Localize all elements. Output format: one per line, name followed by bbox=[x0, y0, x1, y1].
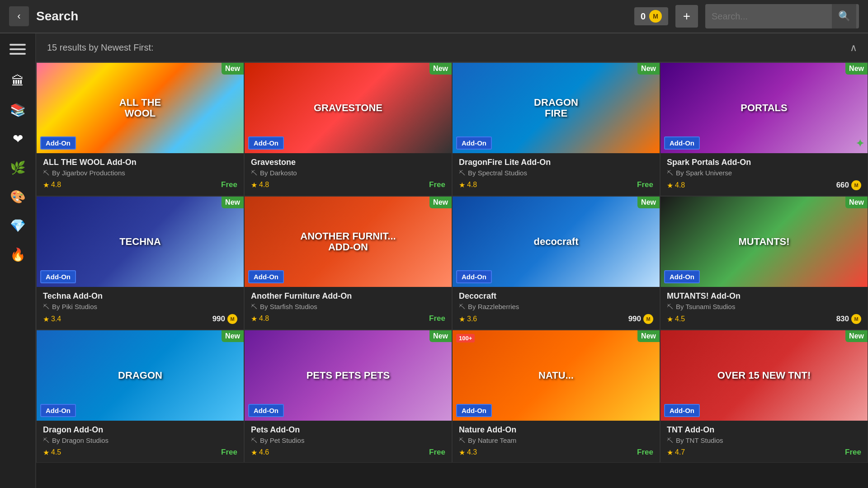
sidebar-item-library[interactable]: 📚 bbox=[5, 97, 31, 123]
coins-display: 0 M bbox=[634, 7, 668, 25]
rating-value: 4.7 bbox=[675, 448, 685, 456]
items-grid: ALL THEWOOL New Add-On ALL THE WOOL Add-… bbox=[36, 62, 868, 463]
sidebar-item-nature[interactable]: 🌿 bbox=[5, 155, 31, 181]
thumbnail-bg: TECHNA New Add-On bbox=[37, 197, 244, 287]
author-name: By Piki Studios bbox=[52, 303, 97, 310]
price-coin-icon: M bbox=[851, 180, 861, 190]
star-icon: ★ bbox=[459, 181, 465, 189]
item-card-gravestone[interactable]: GRAVESTONE New Add-On Gravestone ⛏ By Da… bbox=[244, 62, 452, 196]
thumb-title: DRAGONFIRE bbox=[534, 97, 578, 119]
item-card-dragon2[interactable]: DRAGON New Add-On Dragon Add-On ⛏ By Dra… bbox=[36, 330, 244, 463]
item-card-decocraft[interactable]: decocraft New Add-On Decocraft ⛏ By Razz… bbox=[452, 196, 660, 330]
back-button[interactable]: ‹ bbox=[9, 6, 29, 26]
price-coin-icon: M bbox=[227, 314, 237, 324]
search-submit-button[interactable]: 🔍 bbox=[832, 4, 856, 28]
thumbnail-bg: OVER 15 NEW TNT! New Add-On bbox=[660, 330, 868, 421]
card-rating: ★ 3.6 bbox=[459, 315, 477, 324]
price-coin-icon: M bbox=[643, 314, 653, 324]
card-title: Pets Add-On bbox=[251, 425, 445, 435]
item-card-dragonfire[interactable]: DRAGONFIRE New Add-On DragonFire Lite Ad… bbox=[452, 62, 660, 196]
item-card-mutants[interactable]: MUTANTS! New Add-On MUTANTS! Add-On ⛏ By… bbox=[660, 196, 868, 330]
rating-value: 4.8 bbox=[259, 181, 269, 189]
card-price: 830 M bbox=[836, 314, 861, 324]
thumb-title: MUTANTS! bbox=[738, 236, 789, 247]
creator-icon: ⛏ bbox=[667, 303, 673, 310]
card-author: ⛏ By Spark Universe bbox=[667, 169, 861, 177]
new-badge: New bbox=[637, 330, 660, 342]
thumbnail-bg: ALL THEWOOL New Add-On bbox=[37, 63, 244, 153]
content-area[interactable]: 15 results by Newest First: ∧ ALL THEWOO… bbox=[36, 33, 868, 488]
card-rating: ★ 4.5 bbox=[43, 448, 61, 457]
card-info: Spark Portals Add-On ⛏ By Spark Universe… bbox=[660, 153, 868, 196]
card-rating: ★ 4.8 bbox=[43, 181, 61, 189]
addon-badge: Add-On bbox=[40, 270, 76, 283]
card-author: ⛏ By Tsunami Studios bbox=[667, 303, 861, 310]
card-info: Dragon Add-On ⛏ By Dragon Studios ★ 4.5 … bbox=[37, 421, 244, 462]
hamburger-menu[interactable] bbox=[4, 38, 31, 61]
price-coin-icon: M bbox=[851, 314, 861, 324]
sidebar-item-skins[interactable]: 🎨 bbox=[5, 183, 31, 210]
new-badge: New bbox=[429, 330, 452, 342]
star-icon: ★ bbox=[667, 315, 673, 324]
hamburger-line-1 bbox=[9, 44, 26, 46]
card-title: ALL THE WOOL Add-On bbox=[43, 158, 237, 167]
hamburger-line-2 bbox=[9, 48, 26, 50]
item-card-portals[interactable]: PORTALS New Add-On ✦ Spark Portals Add-O… bbox=[660, 62, 868, 196]
card-thumbnail: ANOTHER FURNIT...ADD-ON New Add-On bbox=[245, 197, 452, 287]
item-card-wool[interactable]: ALL THEWOOL New Add-On ALL THE WOOL Add-… bbox=[36, 62, 244, 196]
item-card-pets[interactable]: PETS PETS PETS New Add-On Pets Add-On ⛏ … bbox=[244, 330, 452, 463]
add-coins-button[interactable]: + bbox=[675, 5, 698, 28]
card-thumbnail: GRAVESTONE New Add-On bbox=[245, 63, 452, 153]
search-input[interactable] bbox=[705, 7, 832, 26]
sidebar-item-popular[interactable]: 🔥 bbox=[5, 241, 31, 267]
new-badge: New bbox=[429, 63, 452, 75]
new-badge: New bbox=[222, 63, 244, 75]
card-info: ALL THE WOOL Add-On ⛏ By Jigarbov Produc… bbox=[37, 153, 244, 195]
item-card-nature[interactable]: NATU... 100+ New Add-On Nature Add-On ⛏ … bbox=[452, 330, 660, 463]
page-title: Search bbox=[36, 9, 627, 23]
card-info: DragonFire Lite Add-On ⛏ By Spectral Stu… bbox=[453, 153, 660, 195]
card-footer: ★ 4.8 Free bbox=[459, 180, 653, 189]
card-footer: ★ 3.6 990 M bbox=[459, 314, 653, 324]
thumb-title: GRAVESTONE bbox=[314, 103, 382, 113]
card-thumbnail: DRAGON New Add-On bbox=[37, 330, 244, 421]
card-info: Another Furniture Add-On ⛏ By Starfish S… bbox=[245, 287, 452, 328]
card-title: Spark Portals Add-On bbox=[667, 158, 861, 167]
card-author: ⛏ By Piki Studios bbox=[43, 303, 237, 310]
top-bar: ‹ Search 0 M + 🔍 bbox=[0, 0, 868, 33]
card-footer: ★ 4.5 Free bbox=[43, 448, 237, 457]
item-card-tnt[interactable]: OVER 15 NEW TNT! New Add-On TNT Add-On ⛏… bbox=[660, 330, 868, 463]
item-card-techna[interactable]: TECHNA New Add-On Techna Add-On ⛏ By Pik… bbox=[36, 196, 244, 330]
author-name: By Starfish Studios bbox=[260, 303, 317, 310]
creator-icon: ⛏ bbox=[459, 303, 465, 310]
coin-icon: M bbox=[649, 10, 662, 23]
card-rating: ★ 4.8 bbox=[251, 314, 269, 323]
coins-amount: 0 bbox=[641, 11, 646, 22]
thumbnail-bg: PORTALS New Add-On ✦ bbox=[660, 63, 868, 153]
hamburger-line-3 bbox=[9, 53, 26, 55]
star-icon: ★ bbox=[459, 448, 465, 457]
card-footer: ★ 4.7 Free bbox=[667, 448, 861, 457]
card-title: Gravestone bbox=[251, 158, 445, 167]
addon-badge: Add-On bbox=[456, 404, 492, 417]
thumb-title: PORTALS bbox=[741, 103, 787, 113]
card-footer: ★ 4.3 Free bbox=[459, 448, 653, 457]
premium-star-icon: ✦ bbox=[856, 138, 864, 150]
sidebar-item-marketplace[interactable]: 🏛 bbox=[5, 68, 31, 94]
item-card-furniture[interactable]: ANOTHER FURNIT...ADD-ON New Add-On Anoth… bbox=[244, 196, 452, 330]
new-badge: New bbox=[845, 330, 868, 342]
chevron-up-icon[interactable]: ∧ bbox=[850, 42, 857, 54]
author-name: By Nature Team bbox=[468, 436, 516, 444]
card-footer: ★ 4.8 Free bbox=[43, 180, 237, 189]
card-thumbnail: NATU... 100+ New Add-On bbox=[453, 330, 660, 421]
card-rating: ★ 4.6 bbox=[251, 448, 269, 457]
card-thumbnail: TECHNA New Add-On bbox=[37, 197, 244, 287]
sidebar-item-favorites[interactable]: ❤ bbox=[5, 126, 31, 152]
card-thumbnail: ALL THEWOOL New Add-On bbox=[37, 63, 244, 153]
card-thumbnail: decocraft New Add-On bbox=[453, 197, 660, 287]
card-info: TNT Add-On ⛏ By TNT Studios ★ 4.7 Free bbox=[660, 421, 868, 462]
rating-value: 4.5 bbox=[51, 448, 61, 456]
card-author: ⛏ By Darkosto bbox=[251, 169, 445, 177]
rating-value: 3.6 bbox=[467, 315, 477, 323]
sidebar-item-textures[interactable]: 💎 bbox=[5, 212, 31, 239]
